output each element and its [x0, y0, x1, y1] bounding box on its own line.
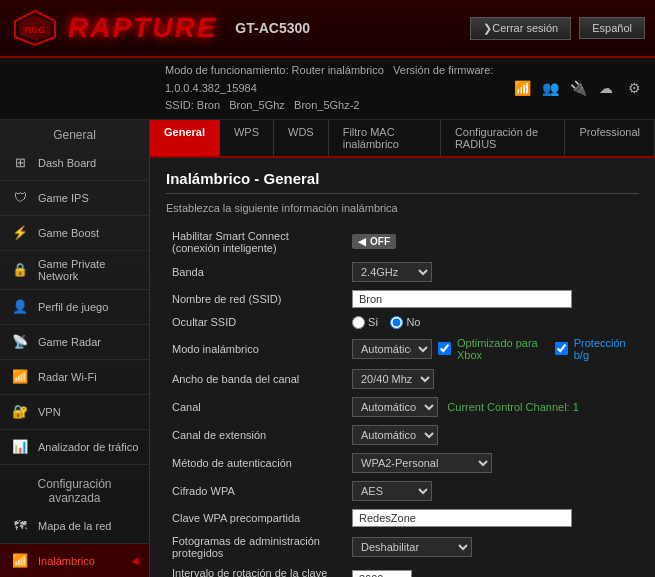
banda-label: Banda — [166, 258, 346, 286]
modo-select[interactable]: Automático — [352, 339, 432, 359]
ocultar-no-label[interactable]: No — [390, 316, 420, 329]
cifrado-select[interactable]: AES — [352, 481, 432, 501]
xbox-checkbox[interactable] — [438, 342, 451, 355]
cerrar-sesion-button[interactable]: ❯Cerrar sesión — [470, 17, 571, 40]
canal-select[interactable]: Automático — [352, 397, 438, 417]
clave-row: Clave WPA precompartida — [166, 505, 639, 531]
advanced-section-title: Configuración avanzada — [0, 469, 149, 509]
header-buttons: ❯Cerrar sesión Español — [470, 17, 645, 40]
sidebar-item-game-private[interactable]: 🔒 Game Private Network — [0, 251, 149, 290]
firmware-link[interactable]: 1.0.0.4.382_15984 — [165, 82, 257, 94]
protbg-checkbox[interactable] — [555, 342, 568, 355]
sidebar-item-radar-wifi[interactable]: 📶 Radar Wi-Fi — [0, 360, 149, 395]
main-content: General WPS WDS Filtro MAC inalámbrico C… — [150, 120, 655, 577]
game-private-icon: 🔒 — [10, 260, 30, 280]
ssid2-link[interactable]: Bron_5Ghz — [229, 99, 285, 111]
sidebar-label-perfil: Perfil de juego — [38, 301, 108, 313]
sidebar-label-game-ips: Game IPS — [38, 192, 89, 204]
sidebar-item-perfil[interactable]: 👤 Perfil de juego — [0, 290, 149, 325]
toggle-indicator: ◀ — [358, 236, 366, 247]
autenticacion-row: Método de autenticación WPA2-Personal — [166, 449, 639, 477]
intervalo-row: Intervalo de rotación de la clave de red — [166, 563, 639, 577]
ssid-row: Nombre de red (SSID) — [166, 286, 639, 312]
sidebar-item-dashboard[interactable]: ⊞ Dash Board — [0, 146, 149, 181]
tab-filtro-mac[interactable]: Filtro MAC inalámbrico — [329, 120, 441, 156]
protbg-label: Protección b/g — [574, 337, 633, 361]
svg-text:ROG: ROG — [25, 25, 46, 35]
modo-row: Modo inalámbrico Automático Optimizado p… — [166, 333, 639, 365]
sidebar-label-radar-wifi: Radar Wi-Fi — [38, 371, 97, 383]
mode-link[interactable]: Router inalámbrico — [292, 64, 384, 76]
sidebar-item-game-radar[interactable]: 📡 Game Radar — [0, 325, 149, 360]
cifrado-row: Cifrado WPA AES — [166, 477, 639, 505]
ocultar-no-radio[interactable] — [390, 316, 403, 329]
sidebar-label-game-private: Game Private Network — [38, 258, 139, 282]
toggle-value: OFF — [370, 236, 390, 247]
tab-wps[interactable]: WPS — [220, 120, 274, 156]
ocultar-label: Ocultar SSID — [166, 312, 346, 333]
autenticacion-select[interactable]: WPA2-Personal — [352, 453, 492, 473]
tab-general[interactable]: General — [150, 120, 220, 156]
cloud-icon[interactable]: ☁ — [595, 77, 617, 99]
radar-wifi-icon: 📶 — [10, 367, 30, 387]
extension-label: Canal de extensión — [166, 421, 346, 449]
settings-form: Habilitar Smart Connect (conexión inteli… — [166, 226, 639, 577]
fotogramas-label: Fotogramas de administración protegidos — [166, 531, 346, 563]
tabs-bar: General WPS WDS Filtro MAC inalámbrico C… — [150, 120, 655, 158]
channel-info: Current Control Channel: 1 — [447, 401, 578, 413]
canal-label: Canal — [166, 393, 346, 421]
general-section-title: General — [0, 120, 149, 146]
sidebar-item-game-boost[interactable]: ⚡ Game Boost — [0, 216, 149, 251]
top-bar-icons: 📶 👥 🔌 ☁ ⚙ — [511, 77, 645, 99]
tab-professional[interactable]: Professional — [565, 120, 655, 156]
banda-select[interactable]: 2.4GHz 5GHz — [352, 262, 432, 282]
vpn-icon: 🔐 — [10, 402, 30, 422]
sidebar-label-dashboard: Dash Board — [38, 157, 96, 169]
rog-logo: ROG — [10, 8, 60, 48]
sidebar: General ⊞ Dash Board 🛡 Game IPS ⚡ Game B… — [0, 120, 150, 577]
sidebar-item-inalambrico[interactable]: 📶 Inalámbrico ◀ — [0, 544, 149, 577]
smart-connect-toggle[interactable]: ◀ OFF — [352, 234, 396, 249]
tab-radius[interactable]: Configuración de RADIUS — [441, 120, 566, 156]
game-ips-icon: 🛡 — [10, 188, 30, 208]
settings-icon[interactable]: ⚙ — [623, 77, 645, 99]
clave-input[interactable] — [352, 509, 572, 527]
usb-icon[interactable]: 🔌 — [567, 77, 589, 99]
ssid-input[interactable] — [352, 290, 572, 308]
brand-title: RAPTURE — [68, 12, 217, 44]
intervalo-input[interactable] — [352, 570, 412, 577]
sidebar-label-mapa: Mapa de la red — [38, 520, 111, 532]
dashboard-icon: ⊞ — [10, 153, 30, 173]
smart-connect-row: Habilitar Smart Connect (conexión inteli… — [166, 226, 639, 258]
ancho-select[interactable]: 20/40 Mhz — [352, 369, 434, 389]
logo-area: ROG RAPTURE GT-AC5300 — [10, 8, 310, 48]
clave-label: Clave WPA precompartida — [166, 505, 346, 531]
perfil-icon: 👤 — [10, 297, 30, 317]
wifi-icon[interactable]: 📶 — [511, 77, 533, 99]
sidebar-label-analizador: Analizador de tráfico — [38, 441, 138, 453]
main-layout: General ⊞ Dash Board 🛡 Game IPS ⚡ Game B… — [0, 120, 655, 577]
ocultar-si-text: Sí — [368, 316, 378, 328]
language-button[interactable]: Español — [579, 17, 645, 39]
users-icon[interactable]: 👥 — [539, 77, 561, 99]
game-radar-icon: 📡 — [10, 332, 30, 352]
ssid1-link[interactable]: Bron — [197, 99, 220, 111]
extension-select[interactable]: Automático — [352, 425, 438, 445]
ancho-label: Ancho de banda del canal — [166, 365, 346, 393]
tab-wds[interactable]: WDS — [274, 120, 329, 156]
modo-controls: Automático Optimizado para Xbox Protecci… — [352, 337, 633, 361]
mode-label: Modo de funcionamiento: — [165, 64, 289, 76]
sidebar-item-vpn[interactable]: 🔐 VPN — [0, 395, 149, 430]
ocultar-si-label[interactable]: Sí — [352, 316, 378, 329]
sidebar-item-mapa[interactable]: 🗺 Mapa de la red — [0, 509, 149, 544]
mapa-icon: 🗺 — [10, 516, 30, 536]
fotogramas-select[interactable]: Deshabilitar — [352, 537, 472, 557]
ocultar-si-radio[interactable] — [352, 316, 365, 329]
ocultar-radio-group: Sí No — [352, 316, 633, 329]
ssid3-link[interactable]: Bron_5Ghz-2 — [294, 99, 359, 111]
sidebar-item-game-ips[interactable]: 🛡 Game IPS — [0, 181, 149, 216]
sidebar-item-analizador[interactable]: 📊 Analizador de tráfico — [0, 430, 149, 465]
smart-connect-label: Habilitar Smart Connect (conexión inteli… — [166, 226, 346, 258]
modo-label: Modo inalámbrico — [166, 333, 346, 365]
game-boost-icon: ⚡ — [10, 223, 30, 243]
